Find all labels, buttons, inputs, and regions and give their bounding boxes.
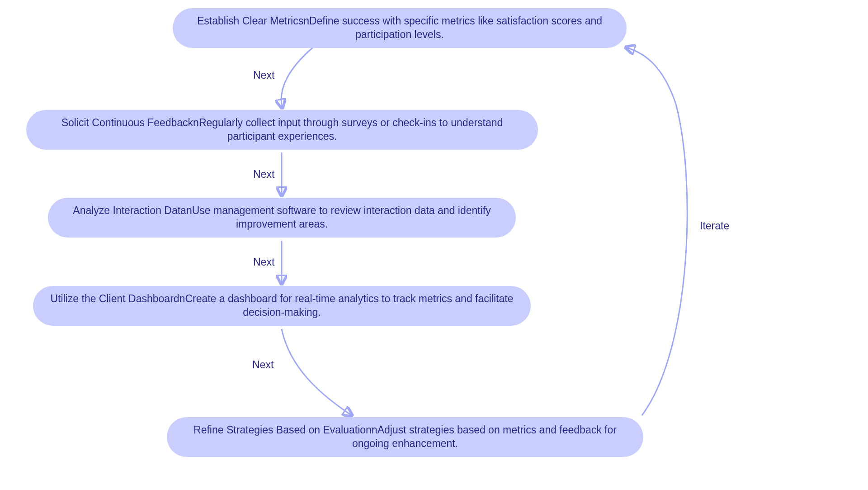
node-refine-strategies: Refine Strategies Based on EvaluationnAd…: [167, 417, 643, 457]
node-analyze-data: Analyze Interaction DatanUse management …: [48, 198, 516, 238]
edge-label-iterate: Iterate: [700, 220, 729, 232]
node-establish-metrics: Establish Clear MetricsnDefine success w…: [173, 8, 627, 48]
flowchart-canvas: Next Next Next Next Iterate Establish Cl…: [0, 0, 868, 490]
node-label: Establish Clear MetricsnDefine success w…: [185, 14, 614, 42]
node-label: Solicit Continuous FeedbacknRegularly co…: [39, 116, 525, 143]
edge-n1-n2: [281, 48, 313, 108]
edges-layer: [0, 0, 868, 490]
node-label: Analyze Interaction DatanUse management …: [61, 204, 503, 231]
node-solicit-feedback: Solicit Continuous FeedbacknRegularly co…: [26, 110, 538, 150]
edge-n4-n5: [282, 329, 352, 415]
edge-label-next-4: Next: [252, 359, 274, 371]
node-label: Refine Strategies Based on EvaluationnAd…: [179, 423, 631, 451]
edge-label-next-2: Next: [253, 168, 274, 181]
node-label: Utilize the Client DashboardnCreate a da…: [46, 292, 518, 319]
edge-label-next-1: Next: [253, 69, 274, 81]
edge-n5-n1: [626, 48, 687, 415]
edge-label-next-3: Next: [253, 256, 274, 268]
node-client-dashboard: Utilize the Client DashboardnCreate a da…: [33, 286, 531, 326]
